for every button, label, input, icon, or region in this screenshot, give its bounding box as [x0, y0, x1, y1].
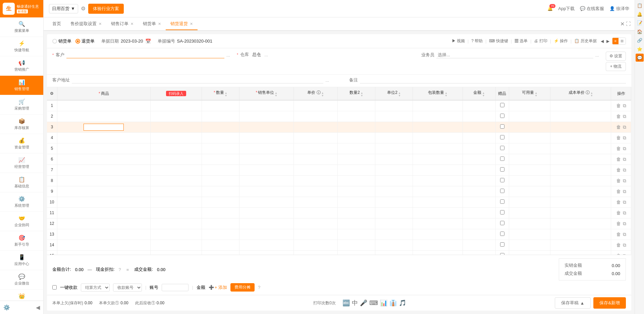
copy-icon[interactable]: ⧉ [623, 167, 626, 173]
pkg-qty-cell[interactable] [413, 143, 463, 154]
remark-input[interactable] [360, 77, 626, 83]
gift-cell[interactable] [495, 122, 509, 132]
pkg-qty-cell[interactable] [413, 132, 463, 143]
gift-checkbox[interactable] [500, 167, 504, 172]
gift-cell[interactable] [495, 111, 509, 122]
delete-icon[interactable]: 🗑 [616, 124, 621, 130]
price-cell[interactable] [294, 132, 337, 143]
taskbar-icon-3[interactable]: 🎤 [360, 299, 367, 307]
delete-icon[interactable]: 🗑 [616, 146, 621, 151]
qty-cell[interactable] [202, 197, 239, 207]
app-download-link[interactable]: App下载 [558, 6, 575, 12]
gift-checkbox[interactable] [500, 221, 504, 225]
unit-cell[interactable] [239, 197, 293, 207]
qty2-cell[interactable] [337, 197, 375, 207]
gift-cell[interactable] [495, 100, 509, 111]
sidebar-item-member[interactable]: 👑畅会员 [0, 290, 43, 301]
salesperson-input[interactable] [436, 52, 593, 58]
header-settings-icon[interactable]: ⚙ [81, 5, 86, 12]
pkg-qty-cell[interactable] [413, 100, 463, 111]
billing-method-select[interactable]: 结算方式 [81, 284, 110, 292]
sidebar-item-newbie[interactable]: 🎯新手引导 [0, 231, 43, 251]
nav-prev[interactable]: ◀ [601, 39, 604, 44]
unit-cell[interactable] [239, 229, 293, 240]
delete-icon[interactable]: 🗑 [616, 232, 621, 237]
copy-icon[interactable]: ⧉ [623, 253, 626, 255]
operate-btn[interactable]: ⚡ 操作 [554, 38, 568, 44]
copy-icon[interactable]: ⧉ [623, 156, 626, 162]
right-icon-3[interactable]: 📝 [636, 19, 644, 27]
online-support-link[interactable]: 💬 在线客服 [580, 6, 604, 12]
calendar-icon[interactable]: 📅 [145, 39, 151, 44]
qty2-cell[interactable] [337, 165, 375, 175]
pkg-qty-cell[interactable] [413, 122, 463, 132]
gift-cell[interactable] [495, 240, 509, 250]
gift-checkbox[interactable] [500, 156, 504, 161]
copy-icon[interactable]: ⧉ [623, 146, 626, 151]
copy-icon[interactable]: ⧉ [623, 114, 626, 119]
tab-sales[interactable]: 销货单✕ [138, 18, 166, 30]
col-settings[interactable]: ⚙ [47, 87, 57, 100]
video-btn[interactable]: ▶ 视频 [452, 38, 465, 44]
sidebar-item-marketing[interactable]: 📢营销推广 [0, 56, 43, 76]
right-icon-1[interactable]: 📋 [636, 1, 644, 9]
gift-checkbox[interactable] [500, 103, 504, 107]
right-icon-7[interactable]: 💬 [636, 54, 644, 62]
taskbar-icon-2[interactable]: 中 [352, 299, 358, 307]
qty2-cell[interactable] [337, 250, 375, 255]
product-cell[interactable] [57, 240, 150, 250]
copy-icon[interactable]: ⧉ [623, 103, 626, 109]
unit-cell[interactable] [239, 132, 293, 143]
delete-icon[interactable]: 🗑 [616, 135, 621, 141]
pkg-qty-cell[interactable] [413, 218, 463, 229]
gift-cell[interactable] [495, 175, 509, 186]
qty2-cell[interactable] [337, 207, 375, 218]
gift-cell[interactable] [495, 197, 509, 207]
qty-cell[interactable] [202, 218, 239, 229]
product-cell[interactable] [57, 122, 150, 132]
tab-maximize[interactable]: ⛶ [626, 21, 631, 26]
unit-cell[interactable] [239, 100, 293, 111]
gift-checkbox[interactable] [500, 242, 504, 247]
qty-cell[interactable] [202, 175, 239, 186]
price-cell[interactable] [294, 100, 337, 111]
save-draft-button[interactable]: 保存草稿 ▲ [555, 297, 591, 309]
qty-cell[interactable] [202, 100, 239, 111]
qty-cell[interactable] [202, 132, 239, 143]
gift-checkbox[interactable] [500, 146, 504, 150]
gift-checkbox[interactable] [500, 232, 504, 236]
gift-cell[interactable] [495, 218, 509, 229]
qty-cell[interactable] [202, 240, 239, 250]
qty-cell[interactable] [202, 111, 239, 122]
copy-icon[interactable]: ⧉ [623, 178, 626, 184]
logistics-btn[interactable]: + 物流 [606, 62, 626, 71]
sidebar-item-wechat[interactable]: 💬企业微信 [0, 270, 43, 290]
warehouse-lookup-btn[interactable]: ... [264, 52, 268, 57]
unit-cell[interactable] [239, 111, 293, 122]
qty-cell[interactable] [202, 122, 239, 132]
price-cell[interactable] [294, 229, 337, 240]
product-cell[interactable] [57, 143, 150, 154]
right-icon-4[interactable]: 🏠 [636, 27, 644, 36]
fee-help-icon[interactable]: ? [258, 285, 260, 290]
salesperson-lookup-btn[interactable]: ... [595, 53, 599, 58]
price-cell[interactable] [294, 143, 337, 154]
copy-icon[interactable]: ⧉ [623, 189, 626, 194]
sidebar-item-search[interactable]: 🔍搜索菜单 [0, 17, 43, 37]
qty-cell[interactable] [202, 143, 239, 154]
list-view-btn[interactable]: ⊞ [619, 38, 626, 44]
taskbar-icon-5[interactable]: 📊 [380, 299, 387, 307]
taskbar-icon-7[interactable]: 🎵 [399, 299, 406, 307]
scan-btn[interactable]: 扫码录入 [166, 91, 186, 96]
price-cell[interactable] [294, 240, 337, 250]
pkg-qty-cell[interactable] [413, 229, 463, 240]
gift-checkbox[interactable] [500, 189, 504, 193]
qty-cell[interactable] [202, 229, 239, 240]
tab-close-all[interactable]: ✕ [620, 21, 625, 27]
address-input[interactable] [72, 77, 323, 83]
price-cell[interactable] [294, 197, 337, 207]
pkg-qty-cell[interactable] [413, 250, 463, 255]
user-info[interactable]: 👤 徐泽华 [609, 6, 629, 12]
collapse-icon[interactable]: ◀ [36, 304, 40, 311]
unit-cell[interactable] [239, 250, 293, 255]
